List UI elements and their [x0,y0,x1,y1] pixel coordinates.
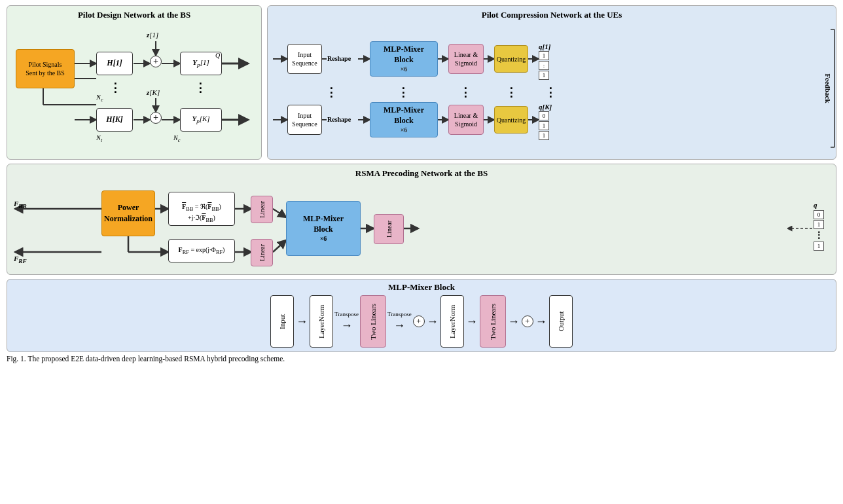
linear-sigmoid2: Linear & Sigmoid [448,105,484,135]
rsma-title: RSMA Precoding Network at the BS [12,168,831,179]
linear-bottom: Linear [251,239,273,266]
arrow6: → [508,315,520,329]
rsma-panel: RSMA Precoding Network at the BS [7,164,836,275]
dots-right: ⋮ [194,81,206,95]
h1-block: H[1] [96,52,133,75]
q-dots: ⋮ [814,230,824,241]
dots-comp2: ⋮ [397,85,409,99]
arrow2: → [341,319,353,333]
qk-label: q[K] [539,103,552,111]
yp1-label: Yp[1] [192,58,209,69]
qk-box1: 0 [539,111,549,120]
dots-comp3: ⋮ [459,85,471,99]
q-dashed-line [787,209,814,248]
arrow3: → [393,319,405,333]
fbb-formula-block: FBB = ℜ(FBB)+j·ℑ(FBB) [168,192,235,226]
q-box-0: 0 [814,210,824,219]
mlp-block-panel: MLP-Mixer Block Input → LayerNorm Transp… [7,279,836,352]
mlp-blocks-row: Input → LayerNorm Transpose → Two Linear… [14,295,829,348]
q-input-label: q [814,201,824,209]
q1-box2: : [539,61,549,70]
quantizing2: Quantizing [494,106,528,134]
dots-middle: ⋮ [109,81,121,95]
hk-block: H[K] [96,108,133,132]
nc-label: Nc [96,94,103,103]
mlp-plus1: + [413,315,425,327]
pilot-design-title: Pilot Design Network at the BS [12,10,256,20]
plus-circle-bottom: + [150,112,162,124]
dots-comp1: ⋮ [325,85,337,99]
x6-label1: ×6 [384,65,424,73]
x6-label2: ×6 [384,126,424,134]
pilot-design-panel: Pilot Design Network at the BS [7,5,262,160]
top-row: Pilot Design Network at the BS [7,5,836,160]
linear-right: Linear [374,214,404,244]
fbb-label: FBB [14,200,27,209]
transpose-label2: Transpose [387,311,412,317]
dots-comp4: ⋮ [505,85,517,99]
mlp-layernorm1: LayerNorm [310,295,333,348]
mlp-two-linears1: Two Linears [360,295,386,348]
arrow4: → [427,315,439,329]
transpose-label1: Transpose [334,311,359,317]
transpose-arrow1: Transpose → [334,311,359,333]
mlp-title: MLP-Mixer Block [14,282,829,293]
q1-box1: 1 [539,51,549,60]
transpose-arrow2: Transpose → [387,311,412,333]
mlp-input: Input [270,295,294,348]
z1-label: z[1] [147,31,158,39]
q1-group: q[1] 1 : 1 [539,43,550,81]
qk-box2: 1 [539,121,549,130]
frf-formula-block: FRF = exp(j·ΦRF) [168,239,235,262]
linear-top: Linear [251,196,273,223]
figure-caption: Fig. 1. The proposed E2E data-driven dee… [7,355,836,363]
svg-line-36 [273,240,286,252]
zk-label: z[K] [147,88,160,96]
rsma-inner: Power Normalization FBB FRF FBB = ℜ(FBB)… [12,181,831,276]
q1-label: q[1] [539,43,550,50]
pilot-compression-title: Pilot Compression Network at the UEs [273,10,831,20]
input-seq1: Input Sequence [287,44,322,74]
mlp-mixer1: MLP-Mixer Block ×6 [370,41,438,77]
arrow1: → [296,315,308,329]
q-input-group: q 0 1 ⋮ 1 [814,201,824,251]
pilot-compression-inner: Reshape Reshape Input Sequence [273,23,831,154]
power-norm-block: Power Normalization [101,190,155,236]
q-label-top: Q [215,52,220,59]
svg-text:Reshape: Reshape [327,116,351,123]
ypk-block: Yp[K] [180,108,222,132]
linear-sigmoid1: Linear & Sigmoid [448,44,484,74]
pilot-design-arrows [12,23,255,154]
frf-label: FRF [14,255,27,264]
qk-group: q[K] 0 1 1 [539,103,552,141]
rsma-x6: ×6 [303,234,344,243]
q1-box3: 1 [539,71,549,80]
q-box-last: 1 [814,242,824,251]
mlp-mixer2: MLP-Mixer Block ×6 [370,102,438,137]
pilot-signals-block: Pilot Signals Sent by the BS [16,49,75,88]
mlp-plus2: + [522,315,533,327]
ypk-label: Yp[K] [192,114,209,126]
qk-box3: 1 [539,131,549,140]
rsma-mlp-mixer: MLP-Mixer Block ×6 [286,201,361,256]
pilot-design-inner: Pilot Signals Sent by the BS H[1] + Yp[1… [12,23,255,154]
input-seq2: Input Sequence [287,105,322,135]
arrow5: → [466,315,478,329]
mlp-two-linears2: Two Linears [480,295,506,348]
arrow7: → [535,315,547,329]
power-norm-label: Power Normalization [103,202,153,225]
svg-text:Reshape: Reshape [327,55,351,62]
feedback-bracket [831,23,838,154]
dots-comp5: ⋮ [545,85,556,99]
nt-label: Nt [96,134,102,143]
plus-circle-top: + [150,56,162,67]
pilot-compression-panel: Pilot Compression Network at the UEs Res… [267,5,836,160]
mlp-layernorm2: LayerNorm [440,295,464,348]
quantizing1: Quantizing [494,45,528,73]
q-box-1: 1 [814,220,824,229]
mlp-output: Output [549,295,573,348]
nc2-label: Nc [173,134,180,143]
main-container: Pilot Design Network at the BS [0,0,843,368]
svg-line-34 [273,209,286,217]
